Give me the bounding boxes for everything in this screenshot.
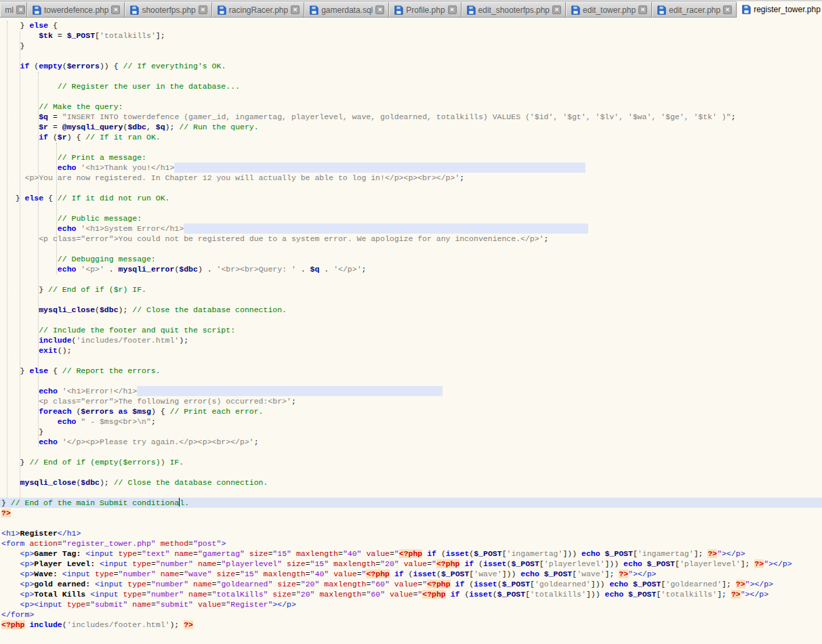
code-line[interactable]: } [1, 427, 822, 437]
code-line[interactable]: // Debugging message: [1, 254, 822, 264]
code-line[interactable]: } // End of the main Submit conditional. [0, 498, 822, 508]
code-line[interactable] [1, 203, 822, 213]
code-line[interactable]: <p><input type="submit" name="submit" va… [1, 599, 822, 609]
code-line[interactable]: <p>Gamer Tag: <input type="text" name="g… [1, 549, 822, 559]
close-icon[interactable]: ✕ [552, 5, 561, 14]
close-icon[interactable]: ✕ [111, 5, 120, 14]
code-line[interactable]: // Register the user in the database... [1, 81, 822, 91]
code-line[interactable]: foreach ($errors as $msg) { // Print eac… [1, 406, 822, 416]
code-token: size [249, 549, 268, 558]
code-line[interactable] [1, 244, 822, 254]
code-token: echo [58, 417, 77, 426]
code-line[interactable] [1, 71, 822, 81]
tab-racingracer-php[interactable]: racingRacer.php✕ [212, 2, 304, 17]
tab-edit-shooterfps-php[interactable]: edit_shooterfps.php✕ [461, 2, 566, 17]
code-line[interactable] [1, 518, 822, 528]
code-line[interactable]: <p>gold earned: <input type="number" nam… [1, 579, 822, 589]
code-line[interactable]: if (empty($errors)) { // If everything's… [1, 61, 822, 71]
code-line[interactable]: include('includes/footer.html'); [1, 335, 822, 345]
code-token: 'includes/footer.html' [76, 336, 179, 345]
tab-label: register_tower.php [754, 5, 821, 14]
code-line[interactable]: echo '<h1>Error!</h1> [1, 386, 443, 396]
code-line[interactable]: // Include the footer and quit the scrip… [1, 325, 822, 335]
code-line[interactable]: echo " - $msg<br>\n"; [1, 416, 822, 427]
code-line[interactable]: if ($r) { // If it ran OK. [1, 132, 822, 142]
code-line[interactable]: <p class="error">The following error(s) … [1, 396, 822, 406]
close-icon[interactable]: ✕ [375, 5, 384, 14]
code-line[interactable]: $q = "INSERT INTO towerdefence (gamer_id… [1, 112, 822, 122]
close-icon[interactable]: ✕ [199, 5, 207, 14]
tab-shooterfps-php[interactable]: shooterfps.php✕ [125, 2, 211, 17]
code-line[interactable]: </form> [1, 609, 822, 620]
code-line[interactable] [1, 91, 822, 102]
code-token: $q [39, 112, 48, 121]
code-line[interactable]: echo '</p><p>Please try again.</p><p><br… [1, 437, 822, 447]
code-line[interactable]: $tk = $_POST['totalkills']; [1, 30, 822, 41]
code-line[interactable]: } else { // If it did not run OK. [1, 193, 822, 203]
tab-towerdefence-php[interactable]: towerdefence.php✕ [27, 2, 125, 17]
code-line[interactable]: } else { [1, 20, 822, 30]
tab-profile-php[interactable]: Profile.php✕ [389, 2, 461, 17]
code-token: )) { [100, 62, 123, 70]
code-line[interactable]: // Print a message: [1, 152, 822, 163]
code-line[interactable] [1, 376, 822, 386]
tab-gamerdata-sql[interactable]: gamerdata.sql✕ [304, 2, 389, 17]
close-icon[interactable]: ✕ [16, 5, 25, 14]
code-line[interactable]: ?> [1, 508, 822, 518]
code-token: name [198, 559, 217, 568]
code-token: value [366, 549, 390, 558]
code-token: isset [483, 559, 507, 568]
close-icon[interactable]: ✕ [291, 5, 300, 14]
tab-edit-racer-php[interactable]: edit_racer.php✕ [652, 2, 737, 17]
code-line[interactable]: <p class="error">You could not be regist… [1, 234, 822, 244]
code-editor[interactable]: } else { $tk = $_POST['totalkills']; } i… [0, 18, 822, 644]
code-line[interactable]: echo '<h1>System Error</h1> [1, 223, 588, 234]
code-line[interactable]: mysqli_close($dbc); // Close the databas… [1, 305, 822, 315]
code-line[interactable]: <p>Total Kills <input type="number" name… [1, 589, 822, 599]
code-line[interactable] [1, 447, 822, 457]
floppy-disk-icon [741, 5, 751, 14]
code-line[interactable]: <p>Player Level: <input type="number" na… [1, 559, 822, 569]
code-line[interactable]: <p>Wave: <input type="number" name="wave… [1, 569, 822, 579]
code-token: <p class="error">You could not be regist… [39, 234, 543, 243]
code-line[interactable] [1, 295, 822, 305]
code-line[interactable]: } [1, 41, 822, 51]
tab-register-tower-php[interactable]: register_tower.php✕ [737, 1, 822, 18]
code-line[interactable]: <form action="register_tower.php" method… [1, 538, 822, 549]
tab-ml[interactable]: ml✕ [0, 2, 27, 17]
code-token: "60" [366, 590, 385, 599]
code-line[interactable] [1, 183, 822, 193]
code-line[interactable]: <p>You are now registered. In Chapter 12… [1, 173, 822, 183]
close-icon[interactable]: ✕ [723, 5, 732, 14]
code-token: echo [39, 437, 58, 446]
code-line[interactable]: <h1>Register</h1> [1, 528, 822, 538]
code-token: <input [62, 570, 95, 578]
code-line[interactable]: } // End of if (empty($errors)) IF. [1, 457, 822, 467]
code-line[interactable]: exit(); [1, 345, 822, 356]
code-line[interactable]: echo '<h1>Thank you!</h1> [1, 163, 585, 173]
code-token [399, 559, 404, 568]
code-line[interactable] [1, 315, 822, 325]
tab-edit-tower-php[interactable]: edit_tower.php✕ [566, 2, 652, 17]
code-line[interactable] [1, 51, 822, 61]
code-line[interactable]: // Make the query: [1, 102, 822, 112]
close-icon[interactable]: ✕ [448, 5, 457, 14]
code-line[interactable]: <?php include('includes/footer.html'); ?… [1, 620, 822, 630]
code-line[interactable] [1, 142, 822, 152]
code-token: type [95, 570, 114, 578]
code-line[interactable]: } else { // Report the errors. [1, 366, 822, 376]
code-token [1, 600, 20, 609]
code-line[interactable] [1, 467, 822, 477]
code-line[interactable]: mysqli_close($dbc); // Close the databas… [1, 477, 822, 488]
code-line[interactable] [1, 356, 822, 366]
code-line[interactable]: } // End of if ($r) IF. [1, 284, 822, 295]
code-line[interactable]: // Public message: [1, 213, 822, 223]
code-token: 'totalkills' [100, 31, 156, 40]
code-line[interactable] [1, 488, 822, 498]
code-token: 'totalkills' [661, 590, 717, 599]
code-line[interactable]: echo '<p>' . mysqli_error($dbc) . '<br><… [1, 264, 822, 274]
code-token: $msg [132, 407, 151, 416]
code-line[interactable]: $r = @mysqli_query($dbc, $q); // Run the… [1, 122, 822, 132]
close-icon[interactable]: ✕ [638, 5, 647, 14]
code-line[interactable] [1, 274, 822, 284]
